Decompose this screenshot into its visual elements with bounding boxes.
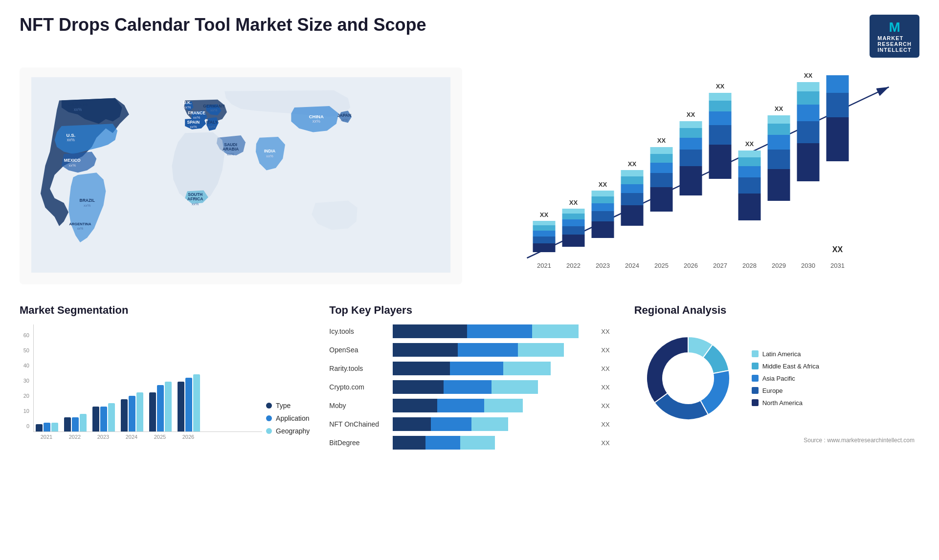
seg-bar-type-2023 [92, 407, 99, 431]
world-map-svg: CANADA xx% U.S. xx% MEXICO xx% BRAZIL xx… [29, 77, 452, 273]
player-row: BitDegreeXX [329, 436, 609, 450]
seg-bar-app-2026 [185, 378, 192, 431]
player-bar-segment [467, 324, 532, 338]
svg-text:CANADA: CANADA [68, 102, 88, 107]
svg-rect-43 [562, 219, 585, 226]
player-bar-segment [518, 343, 564, 357]
svg-text:XX: XX [569, 199, 578, 206]
svg-rect-78 [738, 177, 761, 194]
seg-bar-app-2024 [129, 396, 135, 431]
svg-rect-50 [592, 196, 614, 203]
svg-rect-71 [709, 145, 732, 179]
seg-x-labels: 2021 2022 2023 2024 2025 2026 [33, 432, 262, 440]
svg-rect-47 [592, 221, 614, 238]
svg-text:FRANCE: FRANCE [188, 110, 205, 115]
seg-bars [33, 324, 262, 432]
svg-text:XX: XX [716, 83, 725, 90]
player-value: XX [601, 402, 609, 409]
player-bar-segment [393, 436, 425, 450]
player-value: XX [601, 384, 609, 391]
seg-bar-type-2021 [36, 424, 43, 431]
svg-text:ITALY: ITALY [206, 120, 218, 125]
logo-line3: INTELLECT [877, 47, 912, 53]
svg-rect-49 [592, 203, 614, 211]
svg-rect-92 [797, 91, 820, 105]
seg-group-2021 [36, 423, 58, 431]
regional-section: Regional Analysis Latin AmericaMiddle Ea… [629, 304, 919, 454]
svg-rect-63 [650, 147, 673, 154]
svg-rect-75 [709, 93, 732, 101]
player-bar-segment [425, 436, 460, 450]
player-value: XX [601, 439, 609, 447]
svg-rect-36 [533, 237, 556, 243]
seg-bar-type-2022 [64, 417, 71, 431]
svg-text:XX: XX [540, 211, 549, 218]
svg-text:XX: XX [657, 137, 666, 144]
seg-group-2026 [178, 374, 200, 431]
player-bar-track [393, 343, 592, 357]
svg-text:XX: XX [804, 72, 813, 79]
player-name: Icy.tools [329, 327, 388, 335]
svg-text:xx%: xx% [210, 108, 218, 112]
seg-chart-wrapper: 2021 2022 2023 2024 2025 2026 [33, 324, 262, 440]
source-text: Source : www.marketresearchintellect.com [634, 437, 915, 444]
seg-bar-app-2023 [100, 407, 107, 431]
donut-legend-label: Europe [762, 387, 783, 394]
svg-text:xx%: xx% [69, 163, 76, 168]
player-row: Icy.toolsXX [329, 324, 609, 338]
player-row: Rarity.toolsXX [329, 362, 609, 375]
svg-text:xx%: xx% [208, 125, 216, 129]
svg-text:XX: XX [628, 160, 637, 168]
logo-text2: RESEARCH [877, 41, 912, 47]
donut-legend-label: North America [762, 399, 803, 407]
svg-rect-66 [680, 150, 702, 166]
donut-legend-color [752, 387, 759, 394]
svg-text:xx%: xx% [84, 203, 91, 208]
svg-text:xx%: xx% [227, 152, 234, 156]
svg-rect-37 [533, 231, 556, 237]
svg-rect-87 [768, 115, 790, 124]
svg-rect-48 [592, 211, 614, 221]
player-bar-segment [393, 324, 467, 338]
seg-bar-type-2025 [149, 392, 156, 431]
svg-rect-93 [797, 82, 820, 91]
world-map-section: CANADA xx% U.S. xx% MEXICO xx% BRAZIL xx… [20, 67, 462, 284]
player-value: XX [601, 421, 609, 428]
svg-text:2023: 2023 [596, 262, 610, 269]
svg-text:JAPAN: JAPAN [337, 113, 351, 118]
player-bar-segment [532, 324, 579, 338]
logo: M MARKET RESEARCH INTELLECT [870, 15, 919, 58]
svg-rect-57 [621, 170, 644, 176]
bottom-grid: Market Segmentation 0 10 20 30 40 50 60 [20, 304, 919, 454]
seg-group-2023 [92, 403, 115, 431]
svg-text:CHINA: CHINA [309, 114, 324, 119]
seg-legend: Type Application Geography [266, 402, 310, 440]
svg-text:2022: 2022 [566, 262, 581, 269]
donut-area: Latin AmericaMiddle East & AfricaAsia Pa… [634, 324, 915, 432]
legend-item-application: Application [266, 414, 310, 422]
logo-line2: RESEARCH [877, 41, 912, 47]
svg-rect-77 [738, 194, 761, 220]
seg-bar-app-2022 [72, 417, 79, 431]
legend-label-type: Type [276, 402, 291, 409]
player-row: MobyXX [329, 399, 609, 412]
svg-rect-69 [680, 121, 702, 128]
legend-item-type: Type [266, 402, 310, 409]
player-name: NFT OnChained [329, 420, 388, 428]
donut-legend-color [752, 399, 759, 406]
svg-rect-73 [709, 111, 732, 125]
svg-text:SOUTH: SOUTH [188, 192, 202, 197]
players-title: Top Key Players [329, 304, 609, 317]
svg-text:2021: 2021 [537, 262, 551, 269]
svg-text:xx%: xx% [67, 137, 75, 142]
svg-text:2026: 2026 [684, 262, 698, 269]
page-header: NFT Drops Calendar Tool Market Size and … [20, 15, 919, 58]
donut-slice [647, 337, 688, 403]
player-bar-segment [484, 399, 523, 412]
donut-legend-item: Europe [752, 387, 819, 394]
svg-text:ARGENTINA: ARGENTINA [69, 222, 91, 226]
player-name: Rarity.tools [329, 365, 388, 372]
legend-dot-type [266, 403, 272, 409]
donut-legend-label: Middle East & Africa [762, 363, 819, 370]
donut-chart [634, 324, 742, 432]
